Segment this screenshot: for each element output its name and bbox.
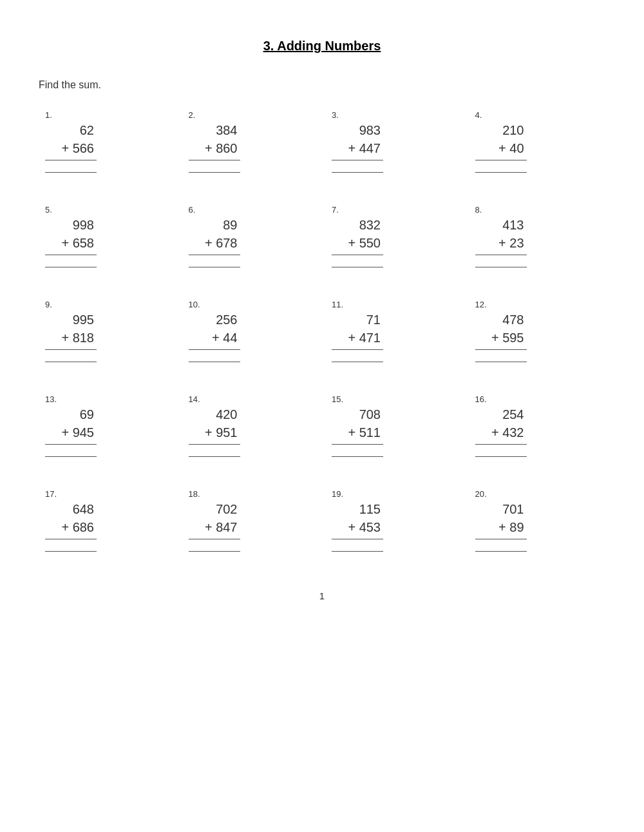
answer-line (332, 362, 383, 362)
number-area: 998+ 658 (45, 216, 97, 255)
problem-item: 6.89+ 678 (182, 205, 319, 267)
top-addend: 254 (502, 405, 526, 423)
top-addend: 384 (216, 121, 240, 139)
bottom-addend: + 951 (189, 423, 240, 445)
problem-item: 13.69+ 945 (39, 394, 176, 457)
problem-item: 2.384+ 860 (182, 110, 319, 173)
number-area: 115+ 453 (332, 500, 383, 539)
answer-line (475, 267, 527, 267)
answer-line (475, 456, 527, 457)
answer-line (475, 172, 527, 173)
problem-number: 5. (45, 205, 52, 215)
number-area: 62+ 566 (45, 121, 97, 160)
page-number: 1 (39, 590, 605, 601)
answer-line (45, 267, 97, 267)
top-addend: 983 (359, 121, 383, 139)
bottom-addend: + 678 (189, 234, 240, 255)
bottom-addend: + 471 (332, 329, 383, 350)
problem-item: 12.478+ 595 (469, 300, 606, 362)
problem-number: 11. (332, 300, 343, 309)
problem-number: 12. (475, 300, 487, 309)
answer-line (332, 456, 383, 457)
number-area: 384+ 860 (189, 121, 240, 160)
page: 3. Adding Numbers Find the sum. 1.62+ 56… (0, 0, 644, 832)
bottom-addend: + 658 (45, 234, 97, 255)
bottom-addend: + 44 (189, 329, 240, 350)
answer-line (45, 172, 97, 173)
answer-line (475, 551, 527, 552)
problem-item: 5.998+ 658 (39, 205, 176, 267)
bottom-addend: + 847 (189, 518, 240, 539)
problem-item: 20.701+ 89 (469, 489, 606, 552)
problem-number: 2. (189, 110, 196, 120)
answer-line (45, 456, 97, 457)
problem-number: 17. (45, 489, 57, 499)
problem-number: 7. (332, 205, 339, 215)
problems-grid: 1.62+ 5662.384+ 8603.983+ 4474.210+ 405.… (39, 110, 605, 552)
answer-line (45, 551, 97, 552)
answer-line (189, 172, 240, 173)
top-addend: 998 (73, 216, 97, 234)
answer-line (332, 267, 383, 267)
bottom-addend: + 860 (189, 139, 240, 160)
number-area: 71+ 471 (332, 311, 383, 350)
bottom-addend: + 23 (475, 234, 527, 255)
problem-number: 14. (189, 394, 200, 404)
problem-item: 9.995+ 818 (39, 300, 176, 362)
number-area: 478+ 595 (475, 311, 527, 350)
number-area: 69+ 945 (45, 405, 97, 445)
bottom-addend: + 818 (45, 329, 97, 350)
problem-item: 11.71+ 471 (325, 300, 462, 362)
problem-item: 16.254+ 432 (469, 394, 606, 457)
top-addend: 413 (502, 216, 526, 234)
answer-line (189, 362, 240, 362)
bottom-addend: + 453 (332, 518, 383, 539)
problem-number: 10. (189, 300, 200, 309)
answer-line (332, 551, 383, 552)
top-addend: 478 (502, 311, 526, 329)
bottom-addend: + 432 (475, 423, 527, 445)
instruction: Find the sum. (39, 79, 605, 91)
number-area: 413+ 23 (475, 216, 527, 255)
number-area: 256+ 44 (189, 311, 240, 350)
problem-number: 3. (332, 110, 339, 120)
number-area: 701+ 89 (475, 500, 527, 539)
top-addend: 210 (502, 121, 526, 139)
answer-line (332, 172, 383, 173)
problem-item: 1.62+ 566 (39, 110, 176, 173)
problem-item: 18.702+ 847 (182, 489, 319, 552)
top-addend: 995 (73, 311, 97, 329)
top-addend: 89 (223, 216, 240, 234)
bottom-addend: + 447 (332, 139, 383, 160)
top-addend: 702 (216, 500, 240, 518)
top-addend: 62 (80, 121, 97, 139)
top-addend: 648 (73, 500, 97, 518)
number-area: 995+ 818 (45, 311, 97, 350)
answer-line (45, 362, 97, 362)
bottom-addend: + 595 (475, 329, 527, 350)
answer-line (189, 267, 240, 267)
bottom-addend: + 566 (45, 139, 97, 160)
problem-item: 3.983+ 447 (325, 110, 462, 173)
top-addend: 71 (366, 311, 383, 329)
problem-item: 10.256+ 44 (182, 300, 319, 362)
bottom-addend: + 945 (45, 423, 97, 445)
number-area: 648+ 686 (45, 500, 97, 539)
bottom-addend: + 511 (332, 423, 383, 445)
problem-number: 9. (45, 300, 52, 309)
problem-number: 4. (475, 110, 482, 120)
top-addend: 832 (359, 216, 383, 234)
top-addend: 256 (216, 311, 240, 329)
problem-number: 16. (475, 394, 487, 404)
number-area: 708+ 511 (332, 405, 383, 445)
problem-number: 1. (45, 110, 52, 120)
problem-number: 19. (332, 489, 343, 499)
page-title: 3. Adding Numbers (39, 39, 605, 53)
problem-number: 6. (189, 205, 196, 215)
number-area: 702+ 847 (189, 500, 240, 539)
number-area: 983+ 447 (332, 121, 383, 160)
problem-item: 14.420+ 951 (182, 394, 319, 457)
top-addend: 420 (216, 405, 240, 423)
problem-number: 20. (475, 489, 487, 499)
answer-line (189, 551, 240, 552)
